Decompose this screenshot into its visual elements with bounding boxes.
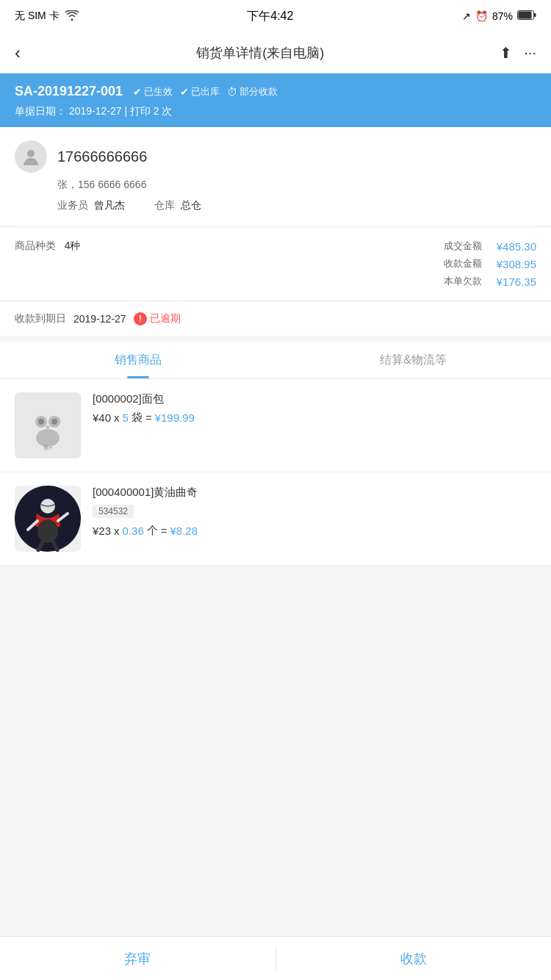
unit-1: 袋 (132, 411, 143, 425)
back-button[interactable]: ‹ (15, 43, 21, 63)
more-icon[interactable]: ··· (524, 44, 536, 61)
sim-text: 无 SIM 卡 (15, 10, 60, 23)
overdue-text: 已逾期 (150, 312, 181, 325)
product-price-row-2: ¥23 x 0.36 个 = ¥8.28 (93, 524, 536, 538)
nav-actions: ⬆ ··· (500, 44, 536, 62)
product-price-row-1: ¥40 x 5 袋 = ¥199.99 (93, 411, 536, 425)
deal-amount: ¥485.30 (497, 240, 536, 253)
category-label: 商品种类 (15, 239, 56, 251)
due-section: 收款到期日 2019-12-27 ! 已逾期 (0, 302, 551, 336)
operator-2: x (114, 525, 120, 537)
sales-label: 业务员 (57, 199, 88, 212)
page-title: 销货单详情(来自电脑) (196, 44, 324, 62)
product-total-1: ¥199.99 (155, 411, 195, 424)
order-header: SA-20191227-001 ✔ 已生效 ✔ 已出库 ⏱ 部分收款 单据日期：… (0, 73, 551, 127)
deal-amount-label: 成交金额 (444, 239, 482, 253)
cancel-button[interactable]: 弃审 (0, 937, 276, 980)
status-bar: 无 SIM 卡 下午4:42 ↗ ⏰ 87% (0, 0, 551, 32)
product-info-2: [000400001]黄油曲奇 534532 ¥23 x 0.36 个 = ¥8… (93, 486, 536, 538)
owed-label: 本单欠款 (444, 275, 482, 288)
time-display: 下午4:42 (247, 9, 293, 24)
battery-icon (517, 10, 536, 22)
due-date: 2019-12-27 (73, 313, 126, 325)
customer-phone: 17666666666 (57, 148, 147, 165)
due-label: 收款到期日 (15, 312, 66, 325)
owed-amount-row: 本单欠款 ¥176.35 (444, 275, 536, 288)
sales-name: 曾凡杰 (94, 199, 125, 212)
svg-point-8 (51, 419, 57, 425)
summary-right: 成交金额 ¥485.30 收款金额 ¥308.95 本单欠款 ¥176.35 (444, 239, 536, 288)
tab-settlement-label: 结算&物流等 (380, 353, 447, 368)
tabs: 销售商品 结算&物流等 (0, 342, 551, 379)
equals-2: = (161, 525, 168, 537)
product-qty-1: 5 (123, 411, 129, 424)
clock-icon: ⏱ (227, 86, 237, 98)
product-info-1: [0000002]面包 ¥40 x 5 袋 = ¥199.99 (93, 392, 536, 425)
status-left: 无 SIM 卡 (15, 10, 79, 23)
svg-text:鱼+: 鱼+ (43, 444, 53, 451)
product-total-2: ¥8.28 (170, 525, 198, 537)
check-icon-1: ✔ (133, 86, 142, 98)
svg-point-7 (38, 419, 44, 425)
tab-sales-products[interactable]: 销售商品 (0, 342, 276, 378)
bottom-bar: 弃审 收款 (0, 936, 551, 980)
share-icon[interactable]: ⬆ (500, 44, 512, 62)
list-item: 鱼+ [0000002]面包 ¥40 x 5 袋 = ¥199.99 (0, 379, 551, 472)
nav-bar: ‹ 销货单详情(来自电脑) ⬆ ··· (0, 32, 551, 73)
product-name-1: [0000002]面包 (93, 392, 536, 406)
category-count: 4种 (65, 239, 81, 251)
customer-section: 17666666666 张，156 6666 6666 业务员 曾凡杰 仓库 总… (0, 127, 551, 226)
deal-amount-row: 成交金额 ¥485.30 (444, 239, 536, 253)
order-date: 2019-12-27 (69, 105, 122, 117)
customer-meta: 业务员 曾凡杰 仓库 总仓 (57, 199, 536, 212)
customer-row: 17666666666 (15, 140, 536, 173)
unit-2: 个 (147, 524, 158, 538)
check-icon-2: ✔ (180, 86, 189, 98)
order-id: SA-20191227-001 (15, 84, 123, 99)
list-item: [000400001]黄油曲奇 534532 ¥23 x 0.36 个 = ¥8… (0, 472, 551, 566)
product-thumbnail-1: 鱼+ (15, 392, 81, 458)
tab-sales-label: 销售商品 (115, 353, 162, 368)
received-amount-row: 收款金额 ¥308.95 (444, 257, 536, 270)
summary-section: 商品种类 4种 成交金额 ¥485.30 收款金额 ¥308.95 本单欠款 ¥… (0, 228, 551, 300)
bottom-spacer (0, 566, 551, 610)
status-tags: ✔ 已生效 ✔ 已出库 ⏱ 部分收款 (133, 85, 278, 98)
overdue-icon: ! (134, 312, 147, 325)
warehouse-info: 仓库 总仓 (154, 199, 201, 212)
sales-info: 业务员 曾凡杰 (57, 199, 125, 212)
product-sku: 534532 (93, 505, 134, 518)
operator-1: x (114, 411, 120, 424)
location-icon: ↗ (462, 10, 471, 22)
confirm-button[interactable]: 收款 (276, 937, 552, 980)
status-shipped: ✔ 已出库 (180, 85, 220, 98)
overdue-badge: ! 已逾期 (134, 312, 181, 325)
product-thumbnail-2 (15, 486, 81, 552)
print-info: | 打印 2 次 (124, 105, 172, 117)
products-section: 鱼+ [0000002]面包 ¥40 x 5 袋 = ¥199.99 (0, 379, 551, 566)
customer-detail: 张，156 6666 6666 (57, 179, 536, 192)
date-label: 单据日期： (15, 105, 66, 117)
product-price-2: ¥23 (93, 525, 111, 537)
status-right: ↗ ⏰ 87% (462, 10, 536, 22)
warehouse-name: 总仓 (181, 199, 201, 212)
svg-rect-1 (519, 12, 532, 19)
alarm-icon: ⏰ (475, 10, 488, 22)
battery-text: 87% (492, 10, 513, 22)
tab-settlement[interactable]: 结算&物流等 (276, 342, 551, 378)
warehouse-label: 仓库 (154, 199, 175, 212)
order-date-row: 单据日期： 2019-12-27 | 打印 2 次 (15, 105, 536, 118)
svg-point-3 (27, 150, 35, 157)
status-partial: ⏱ 部分收款 (227, 85, 278, 98)
received-amount: ¥308.95 (497, 258, 536, 270)
received-label: 收款金额 (444, 257, 482, 270)
product-qty-2: 0.36 (123, 525, 144, 537)
product-name-2: [000400001]黄油曲奇 (93, 486, 536, 500)
svg-point-13 (37, 519, 58, 543)
wifi-icon (65, 10, 79, 23)
summary-left: 商品种类 4种 (15, 239, 80, 253)
avatar (15, 140, 47, 173)
owed-amount: ¥176.35 (497, 275, 536, 288)
svg-rect-2 (534, 13, 536, 17)
product-price-1: ¥40 (93, 411, 111, 424)
equals-1: = (145, 411, 152, 424)
